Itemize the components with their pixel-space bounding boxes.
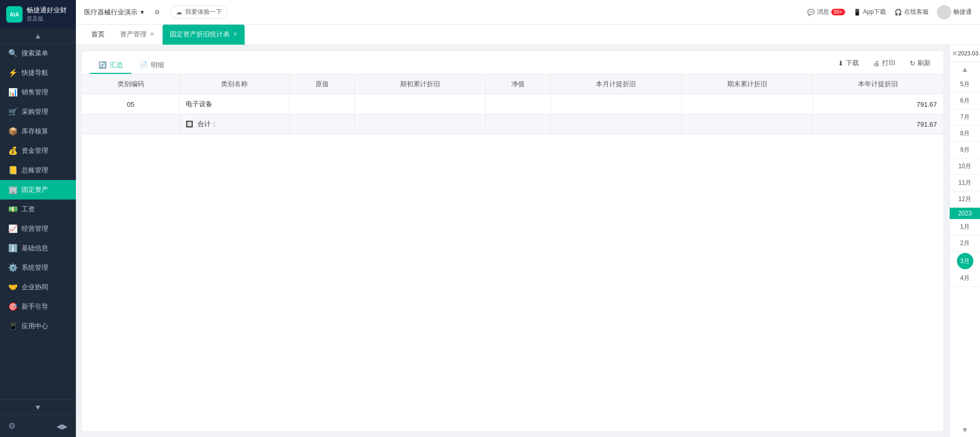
- month-item-11[interactable]: 11月: [950, 175, 980, 191]
- month-item-10[interactable]: 10月: [950, 158, 980, 175]
- sidebar-item-sales[interactable]: 📊 销售管理: [0, 83, 76, 102]
- calendar-panel-header: ✕ 2023.03 ⤢: [950, 45, 980, 62]
- tab-asset-mgmt[interactable]: 资产管理 ✕: [113, 25, 162, 45]
- cell-monthly-depreciation: [550, 94, 682, 114]
- sidebar-item-label: 采购管理: [22, 107, 48, 116]
- ledger-icon: 📒: [8, 166, 17, 175]
- sidebar-item-label: 销售管理: [22, 88, 48, 97]
- cell-net-value: [486, 94, 551, 114]
- tab-asset-mgmt-close[interactable]: ✕: [150, 31, 154, 37]
- col-original-value: 原值: [290, 74, 355, 94]
- refresh-btn[interactable]: ↻ 刷新: [906, 56, 935, 70]
- sidebar-settings-btn[interactable]: ⚙: [6, 419, 17, 433]
- sub-tab-detail-label: 明细: [151, 61, 164, 70]
- sidebar-item-beginner[interactable]: 🎯 新手引导: [0, 297, 76, 316]
- sidebar-item-wages[interactable]: 💵 工资: [0, 200, 76, 219]
- app-download-btn[interactable]: 📱 App下载: [853, 8, 886, 16]
- depreciation-table: 类别编码 类别名称 原值 期初累计折旧 净值 本月计提折旧 期末累计折旧 本年计…: [82, 74, 943, 134]
- topbar-left: 医疗器械行业演示 ▾ ⚙ ☁ 我要体验一下: [84, 5, 228, 19]
- month-item-8[interactable]: 8月: [950, 126, 980, 142]
- cell-summary-period-acc: [354, 114, 486, 134]
- calendar-next-btn[interactable]: ▼: [950, 423, 980, 437]
- sidebar-item-label: 企业协同: [22, 283, 48, 292]
- year-2023-months: 1月 2月 3月 4月: [950, 219, 980, 287]
- sidebar-item-quicknav[interactable]: ⚡ 快捷导航: [0, 63, 76, 83]
- cell-annual-depreciation: 791.67: [813, 94, 943, 114]
- summary-icon: 🔄: [98, 61, 107, 69]
- refresh-icon: ↻: [910, 59, 915, 67]
- sidebar-item-app-center[interactable]: 📱 应用中心: [0, 316, 76, 336]
- sidebar-scroll-down-btn[interactable]: ▼: [32, 401, 44, 413]
- sidebar-version: 普及版: [27, 15, 67, 23]
- sidebar-item-label: 资金管理: [22, 146, 48, 155]
- cell-summary-net: [486, 114, 551, 134]
- detail-icon: 📄: [139, 61, 148, 69]
- month-item-9[interactable]: 9月: [950, 142, 980, 158]
- sidebar-item-label: 总账管理: [22, 166, 48, 175]
- sidebar-bottom: ⚙ ◀▶: [0, 414, 76, 437]
- tab-fixed-asset-close[interactable]: ✕: [233, 31, 237, 37]
- tab-home[interactable]: 首页: [84, 25, 112, 45]
- wages-icon: 💵: [8, 205, 17, 214]
- col-category-name: 类别名称: [179, 74, 290, 94]
- cell-summary-label: 🔲 合计：: [179, 114, 290, 134]
- sidebar-item-finance[interactable]: 💰 资金管理: [0, 141, 76, 161]
- table-wrapper: 类别编码 类别名称 原值 期初累计折旧 净值 本月计提折旧 期末累计折旧 本年计…: [82, 74, 943, 431]
- sub-tabs-right: ⬇ 下载 🖨 打印 ↻ 刷新: [834, 56, 935, 74]
- online-service-btn[interactable]: 🎧 在线客服: [894, 8, 929, 16]
- month-item-7[interactable]: 7月: [950, 109, 980, 126]
- sidebar-item-label: 应用中心: [22, 322, 48, 331]
- cell-period-accumulated: [354, 94, 486, 114]
- sidebar-item-inventory[interactable]: 📦 库存核算: [0, 122, 76, 141]
- sidebar-item-purchase[interactable]: 🛒 采购管理: [0, 102, 76, 122]
- app-download-label: App下载: [863, 8, 886, 16]
- tab-home-label: 首页: [91, 30, 105, 39]
- operations-icon: 📈: [8, 224, 17, 233]
- month-item-5[interactable]: 5月: [950, 76, 980, 93]
- month-item-apr[interactable]: 4月: [950, 270, 980, 287]
- cell-original-value: [290, 94, 355, 114]
- year-2023-header[interactable]: 2023: [950, 208, 980, 219]
- cell-category-code: 05: [82, 94, 179, 114]
- print-icon: 🖨: [873, 59, 880, 67]
- tabs-bar: 首页 资产管理 ✕ 固定资产折旧统计表 ✕: [76, 25, 980, 45]
- system-icon: ⚙️: [8, 263, 17, 272]
- sidebar-item-label: 固定资产: [22, 185, 48, 194]
- sidebar-collapse-btn[interactable]: ◀▶: [54, 420, 70, 432]
- month-item-jan[interactable]: 1月: [950, 219, 980, 235]
- table-header-row: 类别编码 类别名称 原值 期初累计折旧 净值 本月计提折旧 期末累计折旧 本年计…: [82, 74, 943, 94]
- sidebar-item-ledger[interactable]: 📒 总账管理: [0, 161, 76, 180]
- month-item-12[interactable]: 12月: [950, 191, 980, 208]
- notification-label: 消息: [817, 8, 829, 16]
- print-btn[interactable]: 🖨 打印: [869, 56, 899, 70]
- sidebar-item-operations[interactable]: 📈 经营管理: [0, 219, 76, 239]
- sidebar-scroll-up-btn[interactable]: ▲: [32, 30, 44, 42]
- user-area[interactable]: 畅捷通: [937, 5, 972, 19]
- topbar-settings-btn[interactable]: ⚙: [150, 7, 164, 18]
- sidebar-item-label: 工资: [22, 205, 35, 214]
- sidebar-item-fixed-assets[interactable]: 🏢 固定资产: [0, 180, 76, 200]
- month-item-feb[interactable]: 2月: [950, 235, 980, 252]
- page-content: 🔄 汇总 📄 明细 ⬇ 下载 🖨 打印: [82, 51, 943, 431]
- company-selector[interactable]: 医疗器械行业演示 ▾: [84, 8, 144, 17]
- fixed-assets-icon: 🏢: [8, 185, 17, 194]
- cloud-icon: ☁: [176, 9, 182, 16]
- calendar-close-btn[interactable]: ✕: [952, 49, 958, 57]
- sidebar-item-basic-info[interactable]: ℹ️ 基础信息: [0, 239, 76, 258]
- sub-tab-detail[interactable]: 📄 明细: [131, 57, 172, 74]
- quicknav-icon: ⚡: [8, 68, 17, 77]
- month-item-6[interactable]: 6月: [950, 93, 980, 109]
- sidebar-item-company-collab[interactable]: 🤝 企业协同: [0, 277, 76, 297]
- calendar-prev-btn[interactable]: ▲: [950, 62, 980, 76]
- experience-btn[interactable]: ☁ 我要体验一下: [170, 5, 228, 19]
- month-item-mar[interactable]: 3月: [957, 253, 973, 269]
- sidebar-item-search[interactable]: 🔍 搜索菜单: [0, 44, 76, 63]
- cell-summary-annual: 791.67: [813, 114, 943, 134]
- download-btn[interactable]: ⬇ 下载: [834, 56, 863, 70]
- sub-tab-summary[interactable]: 🔄 汇总: [90, 57, 131, 74]
- sub-tabs: 🔄 汇总 📄 明细 ⬇ 下载 🖨 打印: [82, 51, 943, 74]
- sidebar-item-system[interactable]: ⚙️ 系统管理: [0, 258, 76, 277]
- notification-btn[interactable]: 💬 消息 99+: [807, 8, 845, 16]
- tab-fixed-asset-table[interactable]: 固定资产折旧统计表 ✕: [163, 25, 245, 45]
- sidebar-header: AtA 畅捷通好业财 普及版: [0, 0, 76, 29]
